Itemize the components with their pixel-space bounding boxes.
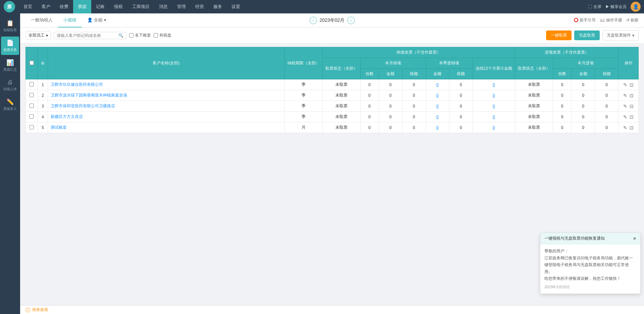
row-name-0[interactable]: 卫辉市玖玖健合医药有限公司	[48, 79, 285, 90]
table-row: 5 测试账套 月 未取票 0 0 0 0 0 0 未取票 0 0 0 ✎ ⊡	[26, 122, 639, 133]
svg-text:票: 票	[7, 4, 12, 9]
nav-item-customer[interactable]: 客户	[37, 0, 55, 13]
sidebar-item-label-smart: 智能取票	[3, 28, 17, 33]
date-nav: ‹ 2023年02月 ›	[310, 17, 355, 24]
nav-item-business[interactable]: 经营	[191, 0, 209, 13]
row-name-3[interactable]: 新建区方方文具店	[48, 112, 285, 122]
th-jin-group: 进项发票（不含作废票）	[515, 47, 619, 58]
tax-policy-link[interactable]: 税务政策	[32, 307, 48, 313]
nav-item-settings[interactable]: 设置	[227, 0, 245, 13]
row-xiao-status-4: 未取票	[322, 122, 360, 133]
sidebar-item-label-invoice: 发票开具	[3, 48, 17, 52]
th-xiao-m-count: 份数	[360, 69, 379, 79]
manual-btn[interactable]: 📖 操作手册	[600, 17, 622, 23]
row-xiao-q-tax-3: 0	[449, 112, 473, 122]
sidebar-item-entry[interactable]: ✏️ 票据录入	[1, 96, 19, 114]
sidebar-item-summary[interactable]: 📊 票据汇总	[1, 56, 19, 75]
row-no-4: 5	[38, 122, 48, 133]
edit-icon-3[interactable]: ✎	[623, 114, 627, 120]
row-jin-m-tax-4: 0	[595, 122, 619, 133]
th-xiao-quarter: 本季度销项	[426, 58, 473, 69]
nav-item-message[interactable]: 消息	[154, 0, 172, 13]
row-xiao-q-tax-4: 0	[449, 122, 473, 133]
table-row: 4 新建区方方文具店 季 未取票 0 0 0 0 0 0 未取票 0 0 0 ✎…	[26, 112, 639, 122]
checkbox-my-accounts[interactable]: 名下账套	[129, 33, 151, 38]
more-icon-2[interactable]: ⊡	[630, 104, 634, 109]
nav-item-ticket[interactable]: 票据	[73, 0, 91, 13]
row-checkbox-4[interactable]	[26, 122, 38, 133]
row-jin-m-count-4: 0	[553, 122, 572, 133]
more-icon-0[interactable]: ⊡	[630, 82, 634, 87]
row-jin-status-3: 未取票	[515, 112, 553, 122]
edit-icon-4[interactable]: ✎	[623, 125, 627, 130]
more-icon-4[interactable]: ⊡	[630, 125, 634, 130]
row-xiao-m-count-1: 0	[360, 90, 379, 101]
nav-item-fee[interactable]: 收费	[55, 0, 73, 13]
edit-icon-0[interactable]: ✎	[623, 82, 627, 87]
new-guide-btn[interactable]: ⭕ 新手引导	[574, 17, 596, 23]
edit-icon-1[interactable]: ✎	[623, 93, 627, 98]
top-nav: 票 首页 客户 收费 票据 记账 报税 工商项目 消息 管理 经营 服务 设置 …	[0, 0, 644, 13]
nav-item-bizproject[interactable]: 工商项目	[127, 0, 154, 13]
one-click-ticket-btn[interactable]: 一键取票	[546, 30, 572, 40]
row-xiao-m-amount-4: 0	[379, 122, 402, 133]
logo-icon[interactable]: 票	[3, 1, 15, 13]
row-actions-2: ✎ ⊡	[619, 101, 639, 112]
tab-all[interactable]: 👤 全能 ▾	[82, 13, 112, 27]
select-all-checkbox[interactable]	[30, 61, 34, 65]
row-xiao-m-count-2: 0	[360, 101, 379, 112]
row-name-2[interactable]: 卫辉市保和堂医药有限公司卫疆路店	[48, 101, 285, 112]
row-xiao-q-amount-2: 0	[426, 101, 449, 112]
row-checkbox-2[interactable]	[26, 101, 38, 112]
row-jin-m-tax-3: 0	[595, 112, 619, 122]
nav-item-service[interactable]: 服务	[209, 0, 227, 13]
th-xiao-12: 连续12个月累计金额	[473, 58, 515, 79]
search-input[interactable]	[57, 33, 117, 38]
row-name-1[interactable]: 卫辉市汲水镇下园阁香阁苗木种植家庭农场	[48, 90, 285, 101]
th-xiao-group: 销项发票（不含作废票）	[322, 47, 515, 58]
bottom-bar: i 税务政策	[20, 305, 644, 314]
sidebar-item-invoice-open[interactable]: 📄 发票开具	[1, 37, 19, 55]
th-action: 操作	[619, 47, 639, 79]
nav-item-home[interactable]: 首页	[19, 0, 37, 13]
th-jin-m-tax: 税额	[595, 69, 619, 79]
employee-select[interactable]: 全部员工 ▾	[25, 31, 51, 40]
no-disk-ops-btn[interactable]: 无盘取票操作 ▾	[602, 30, 639, 41]
nav-item-account[interactable]: 记账	[91, 0, 109, 13]
row-period-4: 月	[284, 122, 322, 133]
edit-icon-2[interactable]: ✎	[623, 104, 627, 109]
user-avatar[interactable]: 👤	[631, 2, 641, 12]
no-disk-ticket-btn[interactable]: 无盘取票	[574, 30, 600, 40]
checkbox-my-accounts-input[interactable]	[129, 33, 133, 38]
row-checkbox-1[interactable]	[26, 90, 38, 101]
row-xiao-m-count-3: 0	[360, 112, 379, 122]
tab-small-scale[interactable]: 小规模	[58, 13, 82, 27]
sidebar: 📋 智能取票 📄 发票开具 📊 票据汇总 🖨 扫描上传 ✏️ 票据录入	[0, 13, 20, 314]
info-circle-icon: i	[25, 308, 30, 312]
next-month-btn[interactable]: ›	[347, 17, 355, 24]
notification-close-btn[interactable]: ✕	[633, 236, 636, 241]
search-icon[interactable]: 🔍	[118, 33, 123, 38]
prev-month-btn[interactable]: ‹	[310, 17, 317, 24]
row-checkbox-0[interactable]	[26, 79, 38, 90]
sidebar-item-smart-ticket[interactable]: 📋 智能取票	[1, 17, 19, 35]
row-xiao-status-3: 未取票	[322, 112, 360, 122]
sidebar-item-scan[interactable]: 🖨 扫描上传	[1, 76, 19, 94]
checkbox-tax-disk-input[interactable]	[154, 33, 158, 38]
row-xiao-m-amount-2: 0	[379, 101, 402, 112]
fullscreen-btn[interactable]: ⛶ 全屏	[588, 4, 601, 10]
th-settings-icon[interactable]: ⚙	[38, 47, 48, 79]
member-btn[interactable]: ▶ 畅享会员	[605, 4, 627, 10]
checkbox-tax-disk[interactable]: 有税盘	[154, 33, 171, 38]
refresh-btn[interactable]: ↺ 刷新	[626, 17, 639, 23]
tab-general-taxpayer[interactable]: 一般纳税人	[25, 13, 58, 27]
notification-text: 尊敬的用户： 江苏政务网已恢复访问电子税务局功能，易代账一键登陆电子税务局与无盘…	[544, 248, 636, 282]
more-icon-3[interactable]: ⊡	[630, 114, 634, 120]
top-nav-right: ⛶ 全屏 ▶ 畅享会员 👤	[588, 2, 641, 12]
row-jin-status-4: 未取票	[515, 122, 553, 133]
row-checkbox-3[interactable]	[26, 112, 38, 122]
nav-item-manage[interactable]: 管理	[172, 0, 191, 13]
row-name-4[interactable]: 测试账套	[48, 122, 285, 133]
nav-item-tax[interactable]: 报税	[109, 0, 127, 13]
more-icon-1[interactable]: ⊡	[630, 93, 634, 98]
